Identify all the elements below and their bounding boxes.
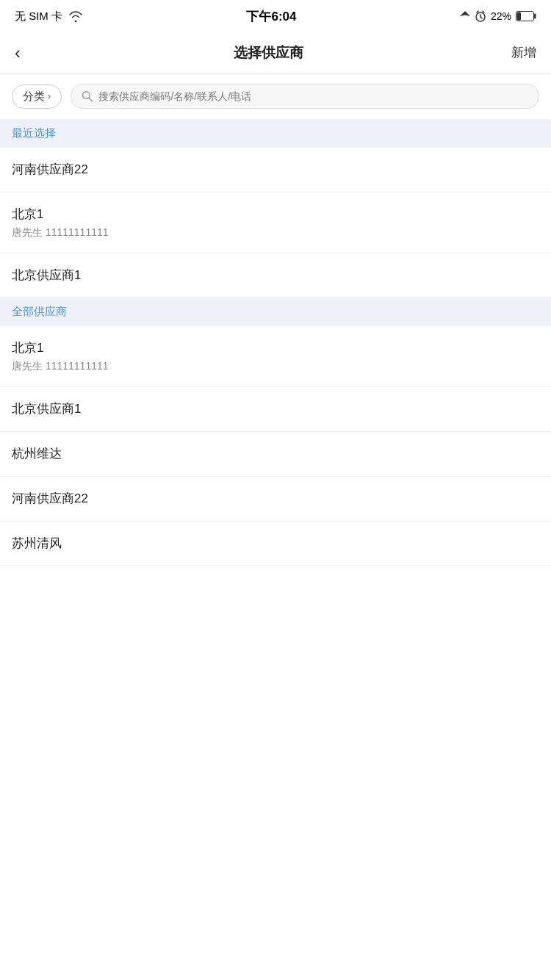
svg-line-3 — [477, 11, 478, 12]
wifi-icon — [68, 11, 83, 22]
page-title: 选择供应商 — [234, 43, 303, 62]
status-bar: 无 SIM 卡 下午6:04 22% — [0, 0, 551, 32]
supplier-name: 河南供应商22 — [12, 490, 539, 508]
list-item[interactable]: 北京供应商1 — [0, 253, 551, 298]
svg-line-9 — [89, 98, 92, 101]
list-item[interactable]: 苏州清风 — [0, 522, 551, 566]
list-item[interactable]: 河南供应商22 — [0, 148, 551, 192]
search-icon — [82, 90, 93, 102]
back-button[interactable]: ‹ — [15, 43, 44, 63]
supplier-name: 北京供应商1 — [12, 400, 539, 418]
battery-icon — [516, 11, 536, 21]
status-time: 下午6:04 — [246, 8, 296, 25]
all-list: 北京1 唐先生 11111111111 北京供应商1 杭州维达 河南供应商22 … — [0, 326, 551, 566]
list-item[interactable]: 杭州维达 — [0, 432, 551, 477]
category-filter[interactable]: 分类 › — [12, 84, 62, 109]
list-item[interactable]: 北京供应商1 — [0, 387, 551, 432]
svg-rect-6 — [534, 14, 536, 19]
svg-line-4 — [483, 11, 484, 12]
supplier-contact: 唐先生 11111111111 — [12, 226, 539, 239]
supplier-name: 北京1 — [12, 339, 539, 357]
status-right: 22% — [460, 10, 536, 22]
list-item[interactable]: 河南供应商22 — [0, 477, 551, 522]
supplier-contact: 唐先生 11111111111 — [12, 360, 539, 373]
supplier-name: 北京供应商1 — [12, 267, 539, 284]
status-left: 无 SIM 卡 — [15, 10, 83, 24]
filter-bar: 分类 › — [0, 73, 551, 119]
recent-list: 河南供应商22 北京1 唐先生 11111111111 北京供应商1 — [0, 148, 551, 298]
list-item[interactable]: 北京1 唐先生 11111111111 — [0, 192, 551, 253]
svg-line-2 — [480, 17, 482, 18]
svg-rect-7 — [516, 12, 521, 21]
recent-section-header: 最近选择 — [0, 119, 551, 148]
alarm-icon — [475, 10, 486, 22]
supplier-name: 北京1 — [12, 206, 539, 223]
location-icon — [460, 11, 470, 21]
search-box[interactable] — [71, 84, 539, 109]
list-item[interactable]: 北京1 唐先生 11111111111 — [0, 326, 551, 387]
supplier-name: 苏州清风 — [12, 535, 539, 552]
sim-status: 无 SIM 卡 — [15, 10, 62, 24]
category-label: 分类 — [23, 90, 45, 104]
all-section-header: 全部供应商 — [0, 298, 551, 326]
battery-text: 22% — [491, 10, 511, 22]
supplier-name: 河南供应商22 — [12, 161, 539, 179]
search-input[interactable] — [98, 90, 528, 102]
supplier-name: 杭州维达 — [12, 445, 539, 463]
chevron-right-icon: › — [48, 91, 51, 101]
add-button[interactable]: 新增 — [492, 44, 536, 61]
nav-bar: ‹ 选择供应商 新增 — [0, 32, 551, 73]
